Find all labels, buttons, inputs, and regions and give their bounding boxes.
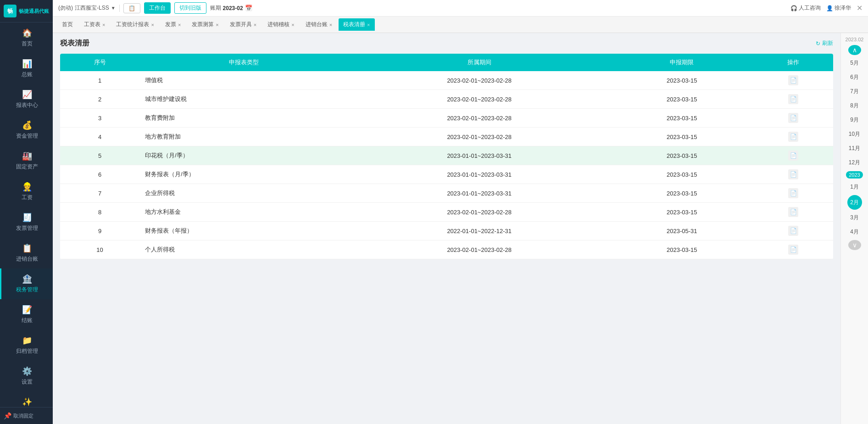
tab-purchase-check[interactable]: 进销稽核× <box>263 18 299 31</box>
tab-close-payroll-stats[interactable]: × <box>151 22 154 28</box>
sidebar-item-settings[interactable]: ⚙️设置 <box>0 361 53 391</box>
panel-month-8月[interactable]: 8月 <box>844 100 866 112</box>
tab-close-tax-list[interactable]: × <box>367 22 370 28</box>
panel-month-6月[interactable]: 6月 <box>844 71 866 84</box>
tab-invoice-open[interactable]: 发票开具× <box>225 18 261 31</box>
panel-up-btn[interactable]: ∧ <box>848 45 861 55</box>
period-value: 2023-02 <box>223 5 243 11</box>
sidebar-label-settings: 设置 <box>22 378 33 386</box>
action-view-btn[interactable]: 📄 <box>788 207 798 217</box>
headset-icon: 🎧 <box>790 5 797 11</box>
sidebar-item-guide[interactable]: ✨新手引导 <box>0 391 53 407</box>
sidebar-item-payroll[interactable]: 👷工资 <box>0 176 53 207</box>
cell-type: 城市维护建设税 <box>139 90 349 109</box>
action-view-btn[interactable]: 📄 <box>788 188 798 198</box>
panel-month-1月[interactable]: 1月 <box>844 181 866 193</box>
action-view-btn[interactable]: 📄 <box>788 151 798 161</box>
table-row: 9财务报表（年报）2022-01-01~2022-12-312023-05-31… <box>60 222 833 240</box>
panel-month-2月[interactable]: 2月 <box>847 195 862 210</box>
sidebar-item-tax[interactable]: 🏦税务管理 <box>0 268 53 299</box>
panel-month-3月[interactable]: 3月 <box>844 212 866 224</box>
cell-action: 📄 <box>754 184 833 203</box>
calendar-icon[interactable]: 📅 <box>245 5 252 11</box>
tab-close-purchase-account[interactable]: × <box>329 22 332 28</box>
action-view-btn[interactable]: 📄 <box>788 113 798 123</box>
tab-close-purchase-check[interactable]: × <box>291 22 294 28</box>
sidebar-label-fixed-assets: 固定资产 <box>16 163 38 171</box>
panel-down-btn[interactable]: ∨ <box>848 240 861 250</box>
copy-btn[interactable]: 📋 <box>123 3 140 13</box>
cell-id: 9 <box>60 222 139 240</box>
tab-close-invoice-calc[interactable]: × <box>216 22 218 28</box>
sidebar-item-invoices[interactable]: 🧾发票管理 <box>0 207 53 238</box>
action-view-btn[interactable]: 📄 <box>788 75 798 85</box>
panel-month-5月[interactable]: 5月 <box>844 57 866 69</box>
cell-deadline: 2023-03-15 <box>610 146 754 165</box>
panel-month-9月[interactable]: 9月 <box>844 114 866 126</box>
sidebar-icon-payroll: 👷 <box>22 182 32 192</box>
company-dropdown-icon[interactable]: ▼ <box>111 6 116 11</box>
cell-type: 财务报表（月/季） <box>139 165 349 184</box>
panel-year-tag[interactable]: 2023 <box>846 171 862 179</box>
table-row: 5印花税（月/季）2023-01-01~2023-03-312023-03-15… <box>60 146 833 165</box>
tab-purchase-account[interactable]: 进销台账× <box>301 18 337 31</box>
table-row: 2城市维护建设税2023-02-01~2023-02-282023-03-15📄 <box>60 90 833 109</box>
cell-type: 地方教育附加 <box>139 128 349 146</box>
sidebar-label-archive: 归档管理 <box>16 347 38 355</box>
panel-month-10月[interactable]: 10月 <box>844 128 866 140</box>
tab-home[interactable]: 首页 <box>57 18 78 31</box>
cell-id: 3 <box>60 109 139 128</box>
sidebar-label-ledger: 总账 <box>22 71 33 78</box>
topbar-close-btn[interactable]: ✕ <box>857 4 862 12</box>
action-view-btn[interactable]: 📄 <box>788 169 798 179</box>
sidebar-item-funds[interactable]: 💰资金管理 <box>0 115 53 145</box>
sidebar-icon-ledger: 📊 <box>22 59 32 69</box>
tab-label-payroll: 工资表 <box>84 21 100 28</box>
panel-month-4月[interactable]: 4月 <box>844 226 866 238</box>
tab-close-payroll[interactable]: × <box>102 22 105 28</box>
refresh-btn[interactable]: ↻ 刷新 <box>816 39 833 47</box>
page-header: 税表清册 ↻ 刷新 <box>60 39 833 48</box>
sidebar-footer[interactable]: 📌 取消固定 <box>0 407 53 424</box>
user-avatar[interactable]: 👤 徐泽华 <box>826 4 851 12</box>
action-view-btn[interactable]: 📄 <box>788 245 798 255</box>
sidebar-item-archive[interactable]: 📁归档管理 <box>0 330 53 361</box>
workbench-btn[interactable]: 工作台 <box>144 2 171 14</box>
cell-id: 10 <box>60 240 139 259</box>
tab-invoice[interactable]: 发票× <box>161 18 185 31</box>
action-view-btn[interactable]: 📄 <box>788 94 798 104</box>
cell-deadline: 2023-03-15 <box>610 109 754 128</box>
sidebar-item-ledger[interactable]: 📊总账 <box>0 53 53 84</box>
sidebar-icon-fixed-assets: 🏭 <box>22 151 32 161</box>
switch-old-btn[interactable]: 切到旧版 <box>174 2 206 14</box>
cell-period: 2023-02-01~2023-02-28 <box>349 109 610 128</box>
sidebar-label-tax: 税务管理 <box>16 286 38 294</box>
table-row: 10个人所得税2023-02-01~2023-02-282023-03-15📄 <box>60 240 833 259</box>
tab-close-invoice-open[interactable]: × <box>254 22 256 28</box>
cell-period: 2023-02-01~2023-02-28 <box>349 71 610 90</box>
tab-tax-list[interactable]: 税表清册× <box>339 18 374 31</box>
sidebar-item-settlement[interactable]: 📝结账 <box>0 299 53 330</box>
tab-invoice-calc[interactable]: 发票测算× <box>187 18 223 31</box>
cell-id: 2 <box>60 90 139 109</box>
cell-action: 📄 <box>754 203 833 222</box>
sidebar-item-purchase[interactable]: 📋进销台账 <box>0 238 53 268</box>
human-consult-btn[interactable]: 🎧 人工咨询 <box>790 4 821 12</box>
tab-payroll[interactable]: 工资表× <box>79 18 110 31</box>
panel-month-12月[interactable]: 12月 <box>844 156 866 169</box>
sidebar-item-home[interactable]: 🏠首页 <box>0 22 53 53</box>
sidebar-item-fixed-assets[interactable]: 🏭固定资产 <box>0 145 53 176</box>
cell-id: 8 <box>60 203 139 222</box>
tab-payroll-stats[interactable]: 工资统计报表× <box>111 18 158 31</box>
table-header-row: 序号申报表类型所属期间申报期限操作 <box>60 54 833 71</box>
panel-month-11月[interactable]: 11月 <box>844 142 866 155</box>
company-selector[interactable]: (勿动) 江西服宝-LSS ▼ <box>58 4 116 12</box>
sidebar-item-reports[interactable]: 📈报表中心 <box>0 84 53 115</box>
tab-close-invoice[interactable]: × <box>178 22 181 28</box>
panel-month-7月[interactable]: 7月 <box>844 85 866 98</box>
cell-type: 个人所得税 <box>139 240 349 259</box>
action-view-btn[interactable]: 📄 <box>788 226 798 236</box>
cell-deadline: 2023-03-15 <box>610 240 754 259</box>
sidebar-icon-funds: 💰 <box>22 120 32 130</box>
action-view-btn[interactable]: 📄 <box>788 132 798 142</box>
